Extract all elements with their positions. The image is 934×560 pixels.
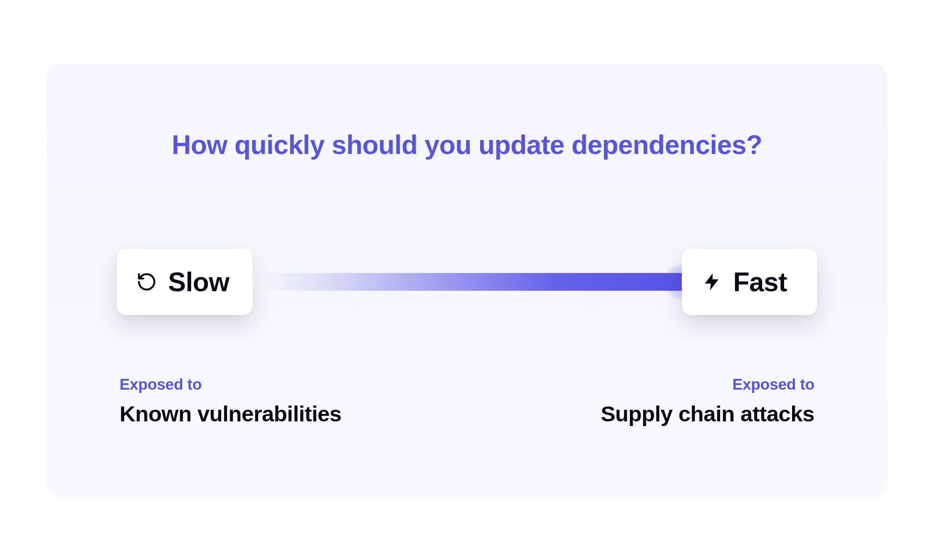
slider-endpoint-slow: Slow bbox=[117, 249, 253, 315]
refresh-icon bbox=[136, 272, 157, 292]
caption-left-body: Known vulnerabilities bbox=[120, 401, 341, 427]
caption-right: Exposed to Supply chain attacks bbox=[601, 376, 814, 427]
caption-left: Exposed to Known vulnerabilities bbox=[120, 376, 341, 427]
slider-endpoint-slow-label: Slow bbox=[168, 266, 229, 297]
caption-left-eyebrow: Exposed to bbox=[120, 376, 341, 393]
lightning-icon bbox=[701, 272, 722, 292]
caption-right-eyebrow: Exposed to bbox=[732, 376, 814, 393]
diagram-card: How quickly should you update dependenci… bbox=[47, 64, 887, 497]
slider-endpoint-fast-label: Fast bbox=[733, 266, 787, 297]
captions-row: Exposed to Known vulnerabilities Exposed… bbox=[117, 376, 817, 427]
slider-row: Slow Fast bbox=[117, 249, 817, 315]
slider-endpoint-fast: Fast bbox=[682, 249, 817, 315]
caption-right-body: Supply chain attacks bbox=[601, 401, 814, 427]
diagram-title: How quickly should you update dependenci… bbox=[117, 129, 817, 160]
slider-track bbox=[243, 273, 691, 291]
